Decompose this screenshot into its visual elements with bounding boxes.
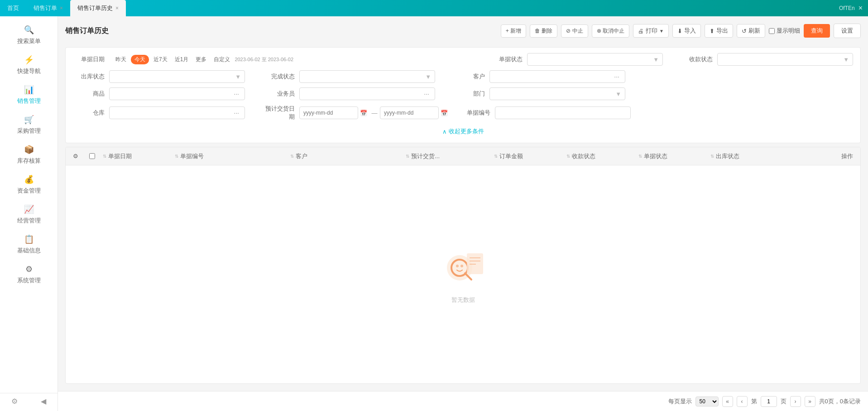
- goods-input[interactable]: ···: [109, 87, 245, 100]
- empty-text: 暂无数据: [451, 296, 475, 304]
- date-btn-more[interactable]: 更多: [193, 55, 209, 64]
- calendar-start-icon[interactable]: 📅: [360, 110, 367, 116]
- select-all-checkbox[interactable]: [89, 153, 95, 159]
- payment-status-select[interactable]: ▼: [717, 53, 853, 66]
- col-checkbox[interactable]: [86, 153, 99, 159]
- bill-status-dropdown-icon: ▼: [653, 56, 659, 63]
- col-actions-label: 操作: [841, 152, 853, 160]
- col-delivery-status[interactable]: ⇅ 出库状态: [707, 152, 795, 160]
- salesperson-dots-icon[interactable]: ···: [422, 90, 431, 97]
- page-number-input[interactable]: [761, 396, 777, 407]
- operations-icon: 📈: [24, 204, 34, 215]
- show-detail-checkbox[interactable]: [769, 28, 775, 34]
- top-bar: 首页 销售订单 × 销售订单历史 × OfTEn ×: [0, 0, 868, 16]
- collapse-filter-button[interactable]: ∧ 收起更多条件: [73, 126, 853, 137]
- calendar-end-icon[interactable]: 📅: [441, 110, 448, 116]
- expected-delivery-start[interactable]: [299, 106, 358, 119]
- date-divider: —: [369, 110, 380, 116]
- tab-home[interactable]: 首页: [0, 0, 26, 16]
- completion-status-dropdown-icon: ▼: [425, 73, 431, 80]
- tab-sales-order-history-close[interactable]: ×: [115, 5, 119, 11]
- sort-icon-6: ⇅: [566, 154, 570, 159]
- date-btn-yesterday[interactable]: 昨天: [113, 55, 129, 64]
- refresh-button[interactable]: ↺ 刷新: [737, 24, 765, 38]
- page-size-select[interactable]: 50 10 20 100: [695, 396, 719, 406]
- sidebar-settings-icon[interactable]: ⚙: [11, 397, 18, 406]
- window-close-button[interactable]: ×: [858, 4, 863, 12]
- table-settings-icon[interactable]: ⚙: [73, 153, 78, 160]
- bill-number-input[interactable]: [495, 106, 631, 119]
- customer-dots-icon[interactable]: ···: [612, 73, 621, 80]
- goods-dots-icon[interactable]: ···: [232, 90, 241, 97]
- date-btn-7days[interactable]: 近7天: [151, 55, 170, 64]
- col-payment-status-label: 收款状态: [572, 152, 595, 160]
- page-size-label: 每页显示: [668, 397, 692, 406]
- department-dropdown-icon: ▼: [615, 91, 621, 97]
- last-page-button[interactable]: »: [805, 396, 815, 407]
- col-order-amount[interactable]: ⇅ 订单金额: [490, 152, 562, 160]
- bill-status-select[interactable]: ▼: [527, 53, 663, 66]
- import-button[interactable]: ⬇ 导入: [672, 24, 701, 38]
- sidebar-item-quick-nav-label: 快捷导航: [17, 67, 41, 75]
- date-btn-today[interactable]: 今天: [131, 55, 149, 64]
- col-bill-date[interactable]: ⇅ 单据日期: [99, 152, 171, 160]
- stop-button[interactable]: ⊘ 中止: [561, 24, 588, 38]
- tab-sales-order-history[interactable]: 销售订单历史 ×: [70, 0, 126, 16]
- sales-mgmt-icon: 📊: [24, 84, 34, 95]
- payment-status-dropdown-icon: ▼: [843, 56, 849, 63]
- warehouse-dots-icon[interactable]: ···: [232, 109, 241, 116]
- first-page-button[interactable]: «: [722, 396, 733, 407]
- warehouse-input[interactable]: ···: [109, 106, 245, 119]
- total-info: 共0页，0条记录: [819, 397, 861, 406]
- print-button[interactable]: 🖨 🖨 打印 打印 ▼: [633, 24, 669, 38]
- pagination-bar: 每页显示 50 10 20 100 « ‹ 第 页 › » 共0页，0条记录: [58, 391, 868, 411]
- new-button[interactable]: + 新增: [501, 24, 526, 38]
- next-page-button[interactable]: ›: [790, 396, 801, 407]
- show-detail-checkbox-label[interactable]: 显示明细: [769, 27, 800, 35]
- col-expected-delivery-label: 预计交货...: [411, 152, 440, 160]
- col-customer-label: 客户: [296, 152, 307, 160]
- sidebar-item-quick-nav[interactable]: ⚡ 快捷导航: [0, 50, 58, 80]
- sidebar-item-sys-mgmt-label: 系统管理: [17, 276, 41, 285]
- col-customer[interactable]: ⇅ 客户: [287, 152, 402, 160]
- quick-nav-icon: ⚡: [24, 54, 34, 65]
- table-body: 暂无数据: [66, 165, 860, 383]
- toolbar: + 新增 🗑 删除 ⊘ 中止 ⊗ 取消中止 🖨 🖨 打印 打印 ▼ ⬇ 导入: [501, 24, 861, 38]
- setting-button[interactable]: 设置: [834, 24, 861, 38]
- show-detail-label: 显示明细: [777, 27, 800, 35]
- delivery-status-select[interactable]: ▼: [109, 70, 245, 83]
- delete-button[interactable]: 🗑 删除: [530, 24, 557, 38]
- query-button[interactable]: 查询: [804, 24, 830, 38]
- date-btn-custom[interactable]: 自定义: [211, 55, 233, 64]
- sidebar-item-finance[interactable]: 💰 资金管理: [0, 169, 58, 199]
- sidebar-item-purchase-mgmt[interactable]: 🛒 采购管理: [0, 110, 58, 140]
- sort-icon: ⇅: [103, 154, 106, 159]
- col-expected-delivery[interactable]: ⇅ 预计交货...: [402, 152, 490, 160]
- tab-sales-order[interactable]: 销售订单 ×: [26, 0, 70, 16]
- filter-row-1: 单据日期 昨天 今天 近7天 近1月 更多 自定义 2023-06-02 至 2…: [73, 53, 853, 66]
- completion-status-select[interactable]: ▼: [299, 70, 435, 83]
- sidebar-item-operations[interactable]: 📈 经营管理: [0, 199, 58, 229]
- col-bill-status[interactable]: ⇅ 单据状态: [635, 152, 707, 160]
- sidebar-item-basic-info[interactable]: 📋 基础信息: [0, 229, 58, 259]
- department-select[interactable]: ▼: [489, 87, 625, 100]
- col-bill-number[interactable]: ⇅ 单据编号: [171, 152, 287, 160]
- cancel-stop-button[interactable]: ⊗ 取消中止: [592, 24, 629, 38]
- expected-delivery-end[interactable]: [380, 106, 439, 119]
- sidebar-collapse-icon[interactable]: ◀: [41, 397, 46, 406]
- sidebar-item-sales-mgmt[interactable]: 📊 销售管理: [0, 80, 58, 110]
- customer-input[interactable]: ···: [489, 70, 625, 83]
- col-settings[interactable]: ⚙: [69, 153, 86, 160]
- tab-sales-order-close[interactable]: ×: [60, 5, 63, 11]
- prev-page-button[interactable]: ‹: [737, 396, 748, 407]
- sidebar-item-search-menu[interactable]: 🔍 搜索菜单: [0, 20, 58, 50]
- sort-icon-8: ⇅: [710, 154, 714, 159]
- sidebar-item-sys-mgmt[interactable]: ⚙ 系统管理: [0, 259, 58, 289]
- sidebar-item-inventory[interactable]: 📦 库存核算: [0, 140, 58, 169]
- col-payment-status[interactable]: ⇅ 收款状态: [563, 152, 635, 160]
- tab-sales-order-history-label: 销售订单历史: [77, 4, 113, 12]
- salesperson-input[interactable]: ···: [299, 87, 435, 100]
- export-button[interactable]: ⬆ 导出: [705, 24, 733, 38]
- collapse-icon: ∧: [442, 128, 447, 135]
- date-btn-1month[interactable]: 近1月: [172, 55, 192, 64]
